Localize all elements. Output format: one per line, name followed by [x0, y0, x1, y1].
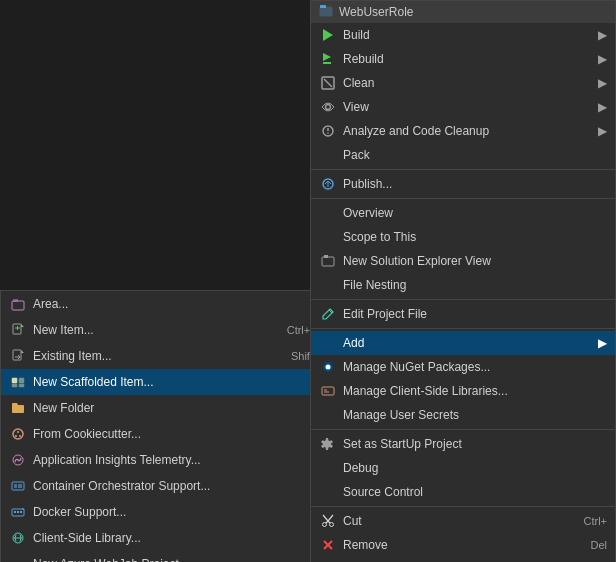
context-item-startup[interactable]: Set as StartUp Project: [311, 432, 615, 456]
analyze-label: Analyze and Code Cleanup: [343, 124, 489, 138]
folder-label: New Folder: [33, 401, 346, 415]
folder-icon: [9, 399, 27, 417]
svg-rect-35: [13, 299, 18, 302]
publish-icon: [319, 175, 337, 193]
submenu-item-area[interactable]: Area...: [1, 291, 354, 317]
svg-point-19: [326, 365, 331, 370]
svg-marker-2: [323, 29, 333, 41]
usersecrets-icon: [319, 406, 337, 424]
svg-rect-34: [12, 301, 24, 310]
submenu-left: Area... New Item... Ctrl+Shift+A Existin…: [0, 290, 355, 562]
context-item-scope[interactable]: Scope to This: [311, 225, 615, 249]
submenu-item-existing[interactable]: Existing Item... Shift+Alt+A: [1, 343, 354, 369]
clientside-label: Manage Client-Side Libraries...: [343, 384, 508, 398]
svg-rect-57: [17, 511, 19, 513]
svg-point-47: [13, 429, 23, 439]
edit-project-label: Edit Project File: [343, 307, 427, 321]
context-item-usersecrets[interactable]: Manage User Secrets: [311, 403, 615, 427]
svg-point-24: [323, 523, 327, 527]
svg-point-48: [17, 431, 19, 433]
view-arrow: ▶: [598, 100, 607, 114]
svg-rect-20: [322, 387, 334, 395]
file-nesting-icon: [319, 276, 337, 294]
context-item-file-nesting[interactable]: File Nesting: [311, 273, 615, 297]
cookiecutter-label: From Cookiecutter...: [33, 427, 346, 441]
context-item-add[interactable]: Add ▶: [311, 331, 615, 355]
submenu-item-folder[interactable]: New Folder: [1, 395, 354, 421]
build-arrow: ▶: [598, 28, 607, 42]
area-icon: [9, 295, 27, 313]
submenu-item-appinsights[interactable]: Application Insights Telemetry...: [1, 447, 354, 473]
submenu-item-container[interactable]: Container Orchestrator Support...: [1, 473, 354, 499]
clean-arrow: ▶: [598, 76, 607, 90]
view-label: View: [343, 100, 369, 114]
solution-icon: [319, 252, 337, 270]
context-item-pack[interactable]: Pack: [311, 143, 615, 167]
add-arrow: ▶: [598, 336, 607, 350]
context-item-nuget[interactable]: Manage NuGet Packages...: [311, 355, 615, 379]
docker-icon: [9, 503, 27, 521]
separator-5: [311, 429, 615, 430]
remove-icon: [319, 536, 337, 554]
edit-icon: [319, 305, 337, 323]
overview-icon: [319, 204, 337, 222]
context-item-debug[interactable]: Debug: [311, 456, 615, 480]
clientlib-icon: [9, 529, 27, 547]
svg-rect-4: [323, 62, 331, 64]
pack-label: Pack: [343, 148, 370, 162]
context-item-sourcecontrol[interactable]: Source Control: [311, 480, 615, 504]
area-label: Area...: [33, 297, 346, 311]
cut-label: Cut: [343, 514, 362, 528]
context-item-new-solution[interactable]: New Solution Explorer View: [311, 249, 615, 273]
separator-6: [311, 506, 615, 507]
build-label: Build: [343, 28, 370, 42]
submenu-item-scaffold[interactable]: New Scaffolded Item...: [1, 369, 354, 395]
svg-rect-45: [12, 384, 17, 387]
context-item-analyze[interactable]: Analyze and Code Cleanup ▶: [311, 119, 615, 143]
scaffold-icon: [9, 373, 27, 391]
context-item-remove[interactable]: Remove Del: [311, 533, 615, 557]
sourcecontrol-label: Source Control: [343, 485, 423, 499]
separator-3: [311, 299, 615, 300]
svg-rect-40: [13, 350, 21, 360]
cut-shortcut: Ctrl+: [583, 515, 607, 527]
svg-line-26: [323, 515, 328, 521]
scope-icon: [319, 228, 337, 246]
context-item-publish[interactable]: Publish...: [311, 172, 615, 196]
nuget-label: Manage NuGet Packages...: [343, 360, 490, 374]
svg-line-6: [324, 79, 332, 87]
svg-rect-43: [12, 378, 17, 383]
context-item-build[interactable]: Build ▶: [311, 23, 615, 47]
svg-rect-44: [19, 378, 24, 383]
svg-point-50: [19, 435, 21, 437]
context-item-overview[interactable]: Overview: [311, 201, 615, 225]
startup-label: Set as StartUp Project: [343, 437, 462, 451]
svg-marker-41: [21, 350, 24, 353]
context-item-clientside[interactable]: Manage Client-Side Libraries...: [311, 379, 615, 403]
svg-point-49: [15, 435, 17, 437]
submenu-item-docker[interactable]: Docker Support...: [1, 499, 354, 525]
clientside-icon: [319, 382, 337, 400]
context-item-clean[interactable]: Clean ▶: [311, 71, 615, 95]
context-item-view[interactable]: View ▶: [311, 95, 615, 119]
separator-2: [311, 198, 615, 199]
svg-point-25: [330, 523, 334, 527]
submenu-item-new-item[interactable]: New Item... Ctrl+Shift+A: [1, 317, 354, 343]
context-item-cut[interactable]: Cut Ctrl+: [311, 509, 615, 533]
svg-rect-16: [324, 255, 328, 258]
title-bar: WebUserRole: [311, 1, 615, 23]
remove-label: Remove: [343, 538, 388, 552]
rebuild-label: Rebuild: [343, 52, 384, 66]
analyze-arrow: ▶: [598, 124, 607, 138]
build-icon: [319, 26, 337, 44]
submenu-item-clientlib[interactable]: Client-Side Library...: [1, 525, 354, 551]
context-item-rebuild[interactable]: Rebuild ▶: [311, 47, 615, 71]
submenu-item-cookiecutter[interactable]: From Cookiecutter...: [1, 421, 354, 447]
existing-icon: [9, 347, 27, 365]
existing-label: Existing Item...: [33, 349, 271, 363]
debug-label: Debug: [343, 461, 378, 475]
context-item-edit-project[interactable]: Edit Project File: [311, 302, 615, 326]
nuget-icon: [319, 358, 337, 376]
submenu-item-webjob[interactable]: New Azure WebJob Project: [1, 551, 354, 562]
context-item-rename[interactable]: Rename: [311, 557, 615, 562]
